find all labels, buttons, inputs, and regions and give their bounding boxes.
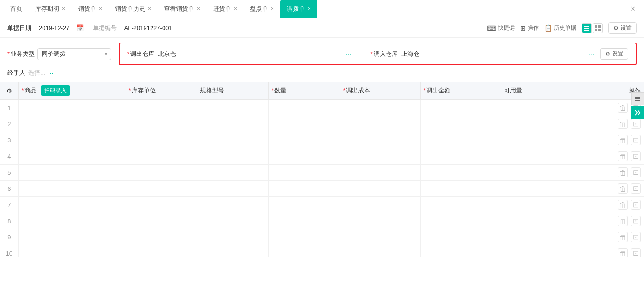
tab-purchase-order-close[interactable]: × (234, 6, 237, 12)
transfer-out-more-button[interactable]: ··· (346, 50, 352, 58)
operation-label: 操作 (528, 24, 539, 32)
tab-sales-history[interactable]: 销货单历史 × (109, 0, 158, 18)
tab-purchase-order-label: 进货单 (213, 5, 231, 13)
warehouse-divider (361, 49, 361, 60)
operation-button[interactable]: ⊞ 操作 (520, 24, 539, 32)
tab-view-sales-close[interactable]: × (197, 6, 200, 12)
transfer-in-required: * (371, 50, 373, 57)
tab-view-sales[interactable]: 查看销货单 × (158, 0, 207, 18)
dropdown-arrow-icon: ▾ (105, 51, 107, 56)
table-row: 9🗑⊡ (0, 229, 644, 245)
delete-icon[interactable]: 🗑 (618, 167, 628, 177)
delete-icon[interactable]: 🗑 (618, 103, 628, 113)
float-expand-icon (634, 110, 641, 116)
shortcut-label: 快捷键 (498, 24, 515, 32)
form-row-1: * 业务类型 同价调拨 ▾ * 调出仓库 北京仓 ··· * 调入仓库 上海仓 … (0, 38, 644, 69)
warehouse-settings-button[interactable]: ⚙ 设置 (600, 48, 628, 60)
history-label: 历史单据 (554, 24, 576, 32)
view-grid-button[interactable] (593, 23, 603, 33)
copy-icon[interactable]: ⊡ (631, 183, 641, 194)
float-list-button[interactable] (631, 92, 644, 105)
tab-transfer-order-close[interactable]: × (308, 6, 311, 12)
tab-transfer-order-label: 调拨单 (287, 5, 305, 13)
calendar-icon[interactable]: 📅 (76, 24, 84, 31)
copy-icon[interactable]: ⊡ (631, 119, 641, 129)
table-row: 6🗑⊡ (0, 181, 644, 197)
tab-sales-order-close[interactable]: × (99, 6, 102, 12)
col-settings[interactable]: ⚙ (0, 82, 18, 100)
svg-rect-2 (584, 30, 589, 31)
copy-icon[interactable]: ⊡ (631, 200, 641, 210)
tab-home-label: 首页 (10, 5, 22, 13)
table-row: 5🗑⊡ (0, 165, 644, 181)
copy-icon[interactable]: ⊡ (631, 248, 641, 257)
scan-button[interactable]: 扫码录入 (41, 85, 70, 96)
table-row: 3🗑⊡ (0, 132, 644, 148)
copy-icon[interactable]: ⊡ (631, 167, 641, 177)
float-expand-button[interactable] (631, 106, 644, 119)
window-close-button[interactable]: × (626, 2, 640, 17)
table-scroll-area[interactable]: ⚙ *商品 扫码录入 *库存单位 规格型号 *数量 *调出成本 *调出金额 (0, 82, 644, 257)
person-label: 经手人 (7, 69, 25, 77)
tab-transfer-order[interactable]: 调拨单 × (280, 0, 317, 18)
settings-button[interactable]: ⚙ 设置 (608, 22, 637, 34)
transfer-in-value[interactable]: 上海仓 (401, 50, 586, 58)
person-input[interactable]: 选择... (28, 69, 45, 77)
history-button[interactable]: 📋 历史单据 (544, 24, 576, 32)
delete-icon[interactable]: 🗑 (618, 183, 628, 194)
delete-icon[interactable]: 🗑 (618, 119, 628, 129)
copy-icon[interactable]: ⊡ (631, 151, 641, 161)
svg-rect-4 (598, 25, 601, 28)
tab-inventory-count-close[interactable]: × (271, 6, 274, 12)
date-value[interactable]: 2019-12-27 (37, 24, 72, 31)
transfer-in-field: * 调入仓库 上海仓 ··· (371, 50, 595, 58)
tab-home[interactable]: 首页 (4, 0, 29, 18)
view-list-button[interactable] (582, 23, 592, 33)
table-body: 1🗑⊡ 2🗑⊡ 3🗑⊡ 4🗑⊡ 5🗑⊡ 6🗑⊡ 7🗑⊡ 8🗑⊡ 9🗑⊡ 10🗑⊡… (0, 100, 644, 258)
tab-inventory-init[interactable]: 库存期初 × (29, 0, 72, 18)
grid-view-icon (595, 25, 601, 31)
date-label: 单据日期 (7, 24, 31, 32)
tab-inventory-count[interactable]: 盘点单 × (243, 0, 280, 18)
svg-rect-9 (635, 100, 640, 101)
business-type-select[interactable]: 同价调拨 ▾ (37, 48, 111, 60)
table-row: 4🗑⊡ (0, 148, 644, 165)
business-type-value: 同价调拨 (42, 50, 66, 58)
svg-rect-7 (635, 97, 640, 98)
table-row: 7🗑⊡ (0, 197, 644, 213)
delete-icon[interactable]: 🗑 (618, 232, 628, 242)
col-transfer-cost: *调出成本 (340, 82, 420, 100)
svg-rect-0 (584, 26, 589, 27)
copy-icon[interactable]: ⊡ (631, 232, 641, 242)
business-type-field: * 业务类型 同价调拨 ▾ (7, 48, 111, 60)
tab-sales-history-close[interactable]: × (148, 6, 151, 12)
delete-icon[interactable]: 🗑 (618, 200, 628, 210)
delete-icon[interactable]: 🗑 (618, 216, 628, 226)
tab-sales-history-label: 销货单历史 (115, 5, 145, 13)
doc-no-value: AL-20191227-001 (122, 24, 174, 31)
delete-icon[interactable]: 🗑 (618, 135, 628, 145)
toolbar-right: ⌨ 快捷键 ⊞ 操作 📋 历史单据 ⚙ 设置 (487, 22, 637, 34)
col-transfer-amount: *调出金额 (420, 82, 501, 100)
col-settings-icon[interactable]: ⚙ (6, 87, 12, 94)
copy-icon[interactable]: ⊡ (631, 216, 641, 226)
transfer-in-more-button[interactable]: ··· (589, 50, 595, 58)
table-row: 1🗑⊡ (0, 100, 644, 116)
tab-purchase-order[interactable]: 进货单 × (207, 0, 243, 18)
history-icon: 📋 (544, 24, 552, 32)
col-spec: 规格型号 (197, 82, 269, 100)
copy-icon[interactable]: ⊡ (631, 135, 641, 145)
delete-icon[interactable]: 🗑 (618, 248, 628, 257)
person-more-button[interactable]: ··· (48, 69, 54, 77)
tab-inventory-init-close[interactable]: × (62, 6, 65, 12)
col-goods: *商品 扫码录入 (18, 82, 126, 100)
transfer-table: ⚙ *商品 扫码录入 *库存单位 规格型号 *数量 *调出成本 *调出金额 (0, 82, 644, 257)
shortcut-button[interactable]: ⌨ 快捷键 (487, 24, 515, 32)
doc-date-field: 单据日期 2019-12-27 📅 (7, 24, 84, 32)
tab-sales-order[interactable]: 销货单 × (72, 0, 109, 18)
header-row: 单据日期 2019-12-27 📅 单据编号 AL-20191227-001 ⌨… (0, 18, 644, 38)
warehouse-section: * 调出仓库 北京仓 ··· * 调入仓库 上海仓 ··· ⚙ 设置 (119, 43, 637, 65)
delete-icon[interactable]: 🗑 (618, 151, 628, 161)
transfer-out-value[interactable]: 北京仓 (158, 50, 342, 58)
svg-rect-5 (595, 29, 597, 31)
